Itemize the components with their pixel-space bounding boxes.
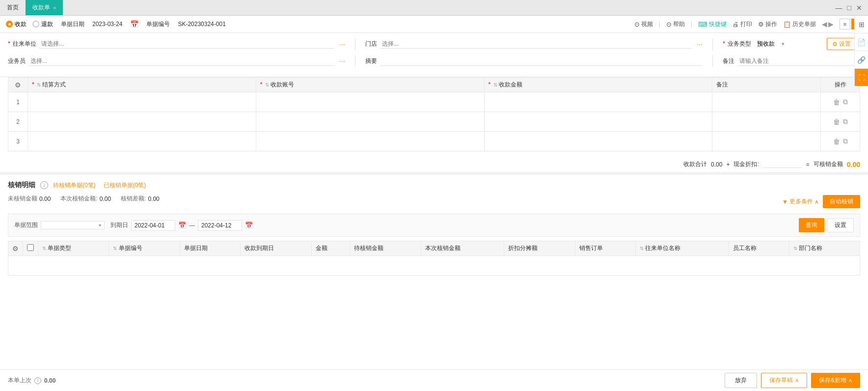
tab-home-label: 首页 bbox=[7, 3, 19, 12]
verify-section: 核销明细 i 待核销单据(0笔) 已核销单据(0笔) 未核销金额 0.00 本次… bbox=[0, 173, 868, 281]
nav-next[interactable]: ▶ bbox=[828, 20, 834, 28]
calendar-icon[interactable]: 📅 bbox=[130, 20, 138, 28]
store-input[interactable] bbox=[380, 39, 692, 49]
verify-title-row: 核销明细 i 待核销单据(0笔) 已核销单据(0笔) bbox=[8, 181, 860, 190]
table-settings-icon[interactable]: ⚙ bbox=[15, 81, 21, 89]
remarks-input[interactable] bbox=[737, 56, 860, 66]
delete-row-2-icon[interactable]: 🗑 bbox=[833, 118, 840, 126]
sidebar-doc-icon[interactable]: 📄 bbox=[855, 33, 868, 51]
th-remarks: 备注 bbox=[712, 78, 821, 92]
copy-row-1-icon[interactable]: ⧉ bbox=[843, 98, 848, 106]
discard-btn[interactable]: 放弃 bbox=[725, 373, 757, 388]
tab-receipt[interactable]: 收款单 × bbox=[26, 0, 63, 15]
row-num-3: 3 bbox=[8, 132, 28, 151]
shortcut-btn[interactable]: ⌨ 快捷键 bbox=[698, 20, 727, 28]
cell-account-2[interactable] bbox=[256, 112, 484, 132]
filter-more-btn[interactable]: ▼ 更多条件 ∧ bbox=[782, 197, 819, 206]
bottom-table-wrapper: ⚙ ⇅ 单据类型 ⇅ 单据编号 单据日期 收款到期日 金额 bbox=[8, 241, 860, 276]
this-order-value: 0.00 bbox=[44, 377, 55, 384]
cell-amount-3[interactable] bbox=[484, 132, 712, 151]
auto-verify-btn[interactable]: 自动核销 bbox=[823, 195, 860, 208]
bottom-table-gear[interactable]: ⚙ bbox=[12, 245, 19, 252]
verify-tabs: 待核销单据(0笔) 已核销单据(0笔) bbox=[53, 181, 146, 190]
cell-account-3[interactable] bbox=[256, 132, 484, 151]
date-label: 到期日 bbox=[110, 221, 128, 229]
sidebar-link-icon[interactable]: 🔗 bbox=[855, 51, 868, 69]
copy-row-3-icon[interactable]: ⧉ bbox=[843, 137, 848, 145]
cal-to-icon[interactable]: 📅 bbox=[245, 222, 253, 229]
nav-prev[interactable]: ◀ bbox=[822, 20, 827, 28]
date-from-input[interactable] bbox=[131, 220, 175, 231]
sidebar-expand-icon[interactable]: ⛶ bbox=[855, 69, 868, 86]
help-btn[interactable]: ⊙ 帮助 bbox=[666, 20, 685, 28]
cell-settlement-2[interactable] bbox=[28, 112, 256, 132]
history-label: 历史单据 bbox=[792, 20, 816, 28]
cell-settlement-3[interactable] bbox=[28, 132, 256, 151]
radio-receipt[interactable]: 收款 bbox=[6, 20, 27, 28]
sidebar-table-icon[interactable]: ⊞ bbox=[855, 16, 868, 33]
summary-input[interactable] bbox=[380, 56, 703, 66]
window-controls: — □ ✕ bbox=[836, 4, 868, 12]
history-btn[interactable]: 📋 历史单据 bbox=[783, 20, 816, 28]
copy-row-2-icon[interactable]: ⧉ bbox=[843, 117, 848, 126]
counterpart-input[interactable] bbox=[39, 39, 334, 49]
info-icon-footer[interactable]: i bbox=[34, 377, 41, 384]
current-label: 本次核销金额: bbox=[60, 195, 97, 203]
settings-btn[interactable]: ⚙ 设置 bbox=[827, 38, 856, 50]
video-btn[interactable]: ⊙ 视频 bbox=[634, 20, 653, 28]
delete-row-3-icon[interactable]: 🗑 bbox=[833, 138, 840, 145]
range-select[interactable]: ▾ bbox=[41, 221, 105, 229]
save-new-btn[interactable]: 保存&新增 ∧ bbox=[811, 373, 860, 388]
print-btn[interactable]: 🖨 打印 bbox=[732, 20, 752, 28]
verify-settings-btn[interactable]: 设置 bbox=[827, 218, 854, 232]
delete-row-1-icon[interactable]: 🗑 bbox=[833, 98, 840, 106]
select-all-checkbox[interactable] bbox=[27, 244, 34, 251]
cell-amount-1[interactable] bbox=[484, 92, 712, 112]
cell-remark-1[interactable] bbox=[712, 92, 821, 112]
current-stat: 本次核销金额: 0.00 bbox=[60, 195, 111, 203]
counterpart-more-btn[interactable]: ··· bbox=[339, 40, 345, 48]
filter-row: 单据范围 ▾ 到期日 📅 — 📅 查询 设置 bbox=[8, 214, 860, 237]
sales-staff-input[interactable] bbox=[28, 56, 334, 66]
number-value: SK-20230324-001 bbox=[178, 21, 225, 28]
cell-account-1[interactable] bbox=[256, 92, 484, 112]
query-btn[interactable]: 查询 bbox=[799, 218, 824, 232]
window-minimize[interactable]: — bbox=[836, 4, 842, 12]
store-more-btn[interactable]: ··· bbox=[697, 40, 703, 48]
settings-gear-icon: ⚙ bbox=[832, 41, 838, 48]
divider3 bbox=[355, 55, 355, 67]
save-draft-arrow: ∧ bbox=[795, 377, 799, 384]
radio-refund[interactable]: 退款 bbox=[32, 20, 53, 28]
radio-receipt-label: 收款 bbox=[15, 20, 27, 28]
th-gear: ⚙ bbox=[8, 241, 23, 256]
sales-staff-more-btn[interactable]: ··· bbox=[339, 57, 345, 65]
th-sales-order: 销售订单 bbox=[575, 241, 636, 256]
tab-home[interactable]: 首页 bbox=[0, 0, 26, 15]
cal-from-icon[interactable]: 📅 bbox=[178, 222, 186, 229]
discount-input[interactable] bbox=[763, 161, 802, 168]
verify-info-icon[interactable]: i bbox=[40, 181, 48, 189]
business-type-label: * 业务类型 bbox=[723, 40, 751, 48]
window-maximize[interactable]: □ bbox=[847, 4, 851, 12]
cell-amount-2[interactable] bbox=[484, 112, 712, 132]
cell-settlement-1[interactable] bbox=[28, 92, 256, 112]
number-label: 单据编号 bbox=[146, 20, 170, 28]
sep1: | bbox=[659, 21, 660, 28]
footer-left: 本单上次 i 0.00 bbox=[8, 376, 55, 385]
tab-receipt-close[interactable]: × bbox=[53, 5, 56, 11]
date-to-input[interactable] bbox=[198, 220, 242, 231]
divider2 bbox=[712, 38, 713, 50]
th-settlement-method: * ⇅ 结算方式 bbox=[28, 78, 256, 92]
table-row: 2 🗑 ⧉ bbox=[8, 112, 860, 132]
view-list[interactable]: ≡ bbox=[840, 19, 850, 29]
equals-sign: = bbox=[806, 161, 810, 168]
window-close[interactable]: ✕ bbox=[856, 4, 862, 12]
cell-remark-3[interactable] bbox=[712, 132, 821, 151]
save-draft-btn[interactable]: 保存草稿 ∧ bbox=[761, 373, 807, 388]
verify-tab-completed[interactable]: 已核销单据(0笔) bbox=[104, 181, 146, 190]
verify-tab-pending[interactable]: 待核销单据(0笔) bbox=[53, 181, 96, 190]
business-type-dropdown[interactable]: ▾ bbox=[782, 41, 785, 47]
operation-btn[interactable]: ⚙ 操作 bbox=[758, 20, 777, 28]
video-icon: ⊙ bbox=[634, 21, 640, 28]
cell-remark-2[interactable] bbox=[712, 112, 821, 132]
